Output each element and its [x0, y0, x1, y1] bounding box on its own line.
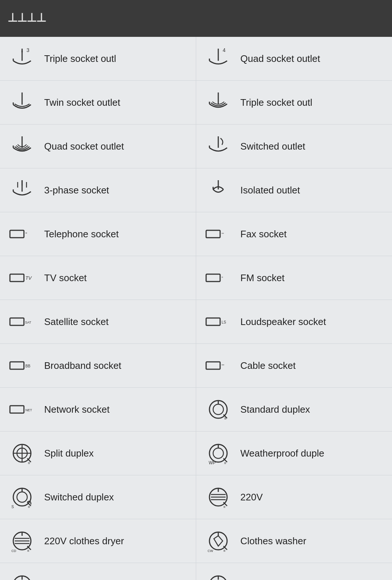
svg-text:4: 4	[223, 47, 226, 53]
svg-text:CD: CD	[11, 549, 16, 553]
cell-dishwasher: DW Dishwasher	[196, 563, 392, 580]
svg-rect-30	[10, 318, 24, 325]
icon-twin-socket-outlet	[7, 91, 37, 115]
label-satellite-socket: Satellite socket	[44, 316, 109, 328]
cell-range: R Range	[0, 563, 196, 580]
svg-text:3: 3	[27, 47, 29, 53]
label-isolated-outlet: Isolated outlet	[240, 185, 300, 196]
svg-rect-24	[206, 230, 220, 238]
cell-isolated-outlet: Isolated outlet	[196, 168, 392, 212]
label-220v-clothes-dryer: 220V clothes dryer	[44, 535, 124, 547]
svg-rect-22	[10, 230, 24, 238]
header-left: ⊥⊥⊥⊥	[7, 11, 51, 25]
label-quad-socket-outlet: Quad socket outlet	[44, 141, 124, 152]
svg-text:S: S	[11, 505, 14, 509]
svg-rect-28	[206, 274, 220, 282]
label-loudspeaker-socket: Loudspeaker socket	[240, 316, 326, 328]
svg-rect-32	[206, 318, 220, 325]
cell-3-phase-socket: 3-phase socket	[0, 168, 196, 212]
cell-triple-socket-outlet-left: 3 Triple socket outl	[0, 37, 196, 80]
svg-rect-36	[206, 362, 220, 369]
label-telephone-socket: Telephone socket	[44, 228, 119, 240]
svg-text:"": ""	[222, 364, 225, 368]
label-triple-socket-outlet-left: Triple socket outl	[44, 53, 116, 64]
icon-triple-socket-outlet-left: 3	[7, 47, 37, 71]
icon-switched-outlet	[204, 134, 233, 158]
icon-tv-socket: TV	[7, 269, 37, 287]
icon-network-socket: NET	[7, 400, 37, 419]
label-switched-duplex: Switched duplex	[44, 492, 114, 503]
icon-loudspeaker-socket: LS	[204, 312, 233, 331]
icon-220v: ≡	[204, 485, 233, 509]
icon-switched-duplex: S ≡	[7, 485, 37, 509]
label-triple-socket-outl-right: Triple socket outl	[240, 97, 312, 108]
svg-text:NET: NET	[25, 408, 32, 412]
svg-text:≡: ≡	[28, 461, 30, 465]
icon-split-duplex: ≡	[7, 441, 37, 465]
cell-switched-duplex: S ≡ Switched duplex	[0, 475, 196, 519]
svg-rect-26	[10, 274, 24, 282]
label-weatherproof-duple: Weatherproof duple	[240, 448, 324, 459]
svg-text:≡: ≡	[27, 549, 29, 553]
cell-switched-outlet: Switched outlet	[196, 125, 392, 168]
icon-isolated-outlet	[204, 178, 233, 202]
label-split-duplex: Split duplex	[44, 448, 93, 459]
icon-range: R	[7, 573, 37, 580]
cell-network-socket: NET Network socket	[0, 388, 196, 431]
svg-point-52	[213, 448, 223, 458]
label-switched-outlet: Switched outlet	[240, 141, 305, 152]
svg-text:≡: ≡	[224, 461, 226, 465]
cell-fax-socket: ''' Fax socket	[196, 212, 392, 256]
icon-quad-socket-outlet-right: 4	[204, 47, 233, 71]
svg-text:WP: WP	[209, 460, 216, 465]
label-clothes-washer: Clothes washer	[240, 535, 306, 547]
cell-clothes-washer: CW ≡ Clothes washer	[196, 519, 392, 563]
svg-text:≡: ≡	[224, 416, 226, 420]
symbols-grid: 3 Triple socket outl 4 Quad socket outle…	[0, 37, 392, 580]
icon-cable-socket: ""	[204, 356, 233, 375]
svg-text:": "	[25, 231, 27, 237]
cell-standard-duplex: ≡ Standard duplex	[196, 388, 392, 431]
svg-point-41	[213, 404, 223, 415]
cell-220v: ≡ 220V	[196, 475, 392, 519]
label-quad-socket-outlet-right: Quad socket outlet	[240, 53, 320, 64]
icon-fax-socket: '''	[204, 225, 233, 243]
cell-cable-socket: "" Cable socket	[196, 344, 392, 387]
icon-broadband-socket: BB	[7, 356, 37, 375]
icon-220v-clothes-dryer: CD ≡	[7, 529, 37, 553]
icon-triple-socket-outl-right	[204, 91, 233, 115]
svg-text:''': '''	[222, 232, 224, 237]
cell-triple-socket-outl-right: Triple socket outl	[196, 81, 392, 124]
svg-text:TV: TV	[25, 275, 32, 281]
svg-rect-38	[10, 406, 24, 413]
cell-broadband-socket: BB Broadband socket	[0, 344, 196, 387]
svg-text:": "	[222, 276, 223, 280]
cell-quad-socket-outlet-right: 4 Quad socket outlet	[196, 37, 392, 80]
cell-tv-socket: TV TV socket	[0, 256, 196, 300]
icon-3-phase-socket	[7, 178, 37, 202]
page-header: ⊥⊥⊥⊥	[0, 0, 392, 37]
cell-weatherproof-duple: ≡ WP Weatherproof duple	[196, 431, 392, 475]
icon-fm-socket: "	[204, 269, 233, 287]
cell-220v-clothes-dryer: CD ≡ 220V clothes dryer	[0, 519, 196, 563]
svg-rect-34	[10, 362, 24, 369]
svg-text:CW: CW	[208, 549, 213, 553]
icon-quad-socket-outlet	[7, 134, 37, 158]
icon-telephone-socket: "	[7, 225, 37, 243]
label-cable-socket: Cable socket	[240, 360, 296, 371]
svg-text:≡: ≡	[223, 549, 226, 553]
cell-split-duplex: ≡ Split duplex	[0, 431, 196, 475]
label-standard-duplex: Standard duplex	[240, 404, 310, 415]
cell-loudspeaker-socket: LS Loudspeaker socket	[196, 300, 392, 343]
icon-weatherproof-duple: ≡ WP	[204, 441, 233, 465]
svg-text:LS: LS	[222, 320, 226, 324]
label-fm-socket: FM socket	[240, 272, 285, 284]
svg-text:≡: ≡	[223, 505, 226, 509]
icon-clothes-washer: CW ≡	[204, 529, 233, 553]
cell-fm-socket: " FM socket	[196, 256, 392, 300]
icon-dishwasher: DW	[204, 573, 233, 580]
label-fax-socket: Fax socket	[240, 228, 287, 240]
label-220v: 220V	[240, 492, 263, 503]
svg-text:BB: BB	[25, 364, 31, 368]
label-network-socket: Network socket	[44, 404, 110, 415]
